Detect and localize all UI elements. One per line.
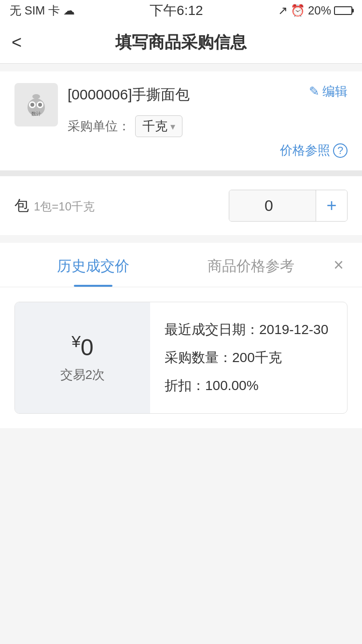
history-price-section: ¥0 交易2次 bbox=[15, 302, 150, 413]
help-icon: ? bbox=[333, 143, 348, 158]
edit-icon: ✎ bbox=[309, 84, 320, 99]
location-icon: ↗ bbox=[278, 4, 288, 17]
product-card: 数计 [0000006]手撕面包 采购单位： 千克 ▾ ✎ 编辑 bbox=[0, 71, 362, 170]
owl-logo: 数计 bbox=[22, 90, 51, 119]
back-button[interactable]: < bbox=[12, 32, 22, 53]
discount-row: 折扣：100.00% bbox=[165, 376, 333, 396]
quantity-label: 包 1包=10千克 bbox=[14, 196, 95, 216]
page-title: 填写商品采购信息 bbox=[115, 31, 247, 54]
purchase-quantity-row: 采购数量：200千克 bbox=[165, 348, 333, 368]
close-button[interactable]: × bbox=[330, 251, 348, 279]
battery-percent: 20% bbox=[308, 4, 331, 17]
header: < 填写商品采购信息 bbox=[0, 21, 362, 64]
status-bar: 无 SIM 卡 ☁ 下午6:12 ↗ ⏰ 20% bbox=[0, 0, 362, 21]
quantity-unit: 包 bbox=[14, 196, 29, 216]
price-ref-label: 价格参照 bbox=[280, 142, 330, 159]
price-reference-button[interactable]: 价格参照 ? bbox=[280, 142, 348, 159]
quantity-input[interactable] bbox=[229, 190, 316, 221]
yuan-symbol: ¥ bbox=[71, 332, 81, 350]
quantity-plus-button[interactable]: + bbox=[316, 190, 347, 221]
tab-bar: 历史成交价 商品价格参考 × bbox=[0, 243, 362, 287]
battery-icon bbox=[334, 6, 352, 15]
status-left: 无 SIM 卡 ☁ bbox=[10, 3, 75, 18]
status-time: 下午6:12 bbox=[150, 1, 203, 20]
tab-price-reference[interactable]: 商品价格参考 bbox=[172, 243, 329, 287]
unit-select[interactable]: 千克 ▾ bbox=[135, 115, 182, 137]
recent-date-row: 最近成交日期：2019-12-30 bbox=[165, 320, 333, 340]
history-trades-count: 交易2次 bbox=[60, 366, 105, 383]
svg-point-6 bbox=[32, 94, 40, 99]
status-right: ↗ ⏰ 20% bbox=[278, 4, 352, 17]
history-price-value: ¥0 bbox=[71, 332, 94, 361]
svg-point-3 bbox=[30, 103, 34, 107]
svg-point-4 bbox=[38, 103, 42, 107]
quantity-row: 包 1包=10千克 + bbox=[0, 176, 362, 235]
panel-content: ¥0 交易2次 最近成交日期：2019-12-30 采购数量：200千克 折扣：… bbox=[0, 287, 362, 428]
edit-button[interactable]: ✎ 编辑 bbox=[309, 83, 348, 100]
product-info: [0000006]手撕面包 采购单位： 千克 ▾ bbox=[68, 83, 190, 137]
quantity-control: + bbox=[229, 190, 348, 222]
history-details-section: 最近成交日期：2019-12-30 采购数量：200千克 折扣：100.00% bbox=[150, 302, 347, 413]
quantity-hint: 1包=10千克 bbox=[34, 199, 95, 214]
chevron-down-icon: ▾ bbox=[170, 121, 175, 132]
tab-section: 历史成交价 商品价格参考 × ¥0 交易2次 最近成交日期：2019-12-30… bbox=[0, 243, 362, 428]
tab-history-price[interactable]: 历史成交价 bbox=[14, 243, 172, 287]
unit-label: 采购单位： bbox=[68, 118, 130, 135]
product-name: [0000006]手撕面包 bbox=[68, 85, 190, 105]
section-divider bbox=[0, 170, 362, 176]
product-thumbnail: 数计 bbox=[14, 83, 58, 126]
alarm-icon: ⏰ bbox=[291, 4, 305, 17]
svg-text:数计: 数计 bbox=[31, 111, 41, 116]
history-card: ¥0 交易2次 最近成交日期：2019-12-30 采购数量：200千克 折扣：… bbox=[14, 302, 348, 414]
sim-status: 无 SIM 卡 ☁ bbox=[10, 3, 75, 18]
unit-value: 千克 bbox=[142, 118, 167, 135]
